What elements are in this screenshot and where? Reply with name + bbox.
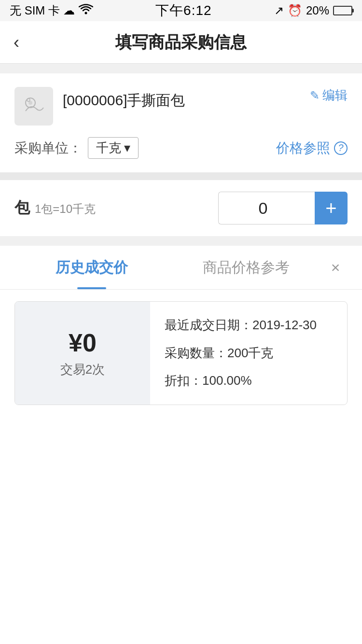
discount-value: 100.00% bbox=[202, 373, 252, 388]
edit-button[interactable]: ✎ 编辑 bbox=[310, 87, 348, 104]
plus-icon: + bbox=[325, 197, 336, 219]
tabs-header: 历史成交价 商品价格参考 × bbox=[0, 246, 362, 289]
purchase-qty-value: 200千克 bbox=[227, 346, 273, 360]
history-transaction-count: 交易2次 bbox=[60, 361, 105, 378]
quantity-input-group: + bbox=[218, 192, 348, 224]
price-ref-label: 价格参照 bbox=[276, 139, 330, 157]
alarm-icon: ⏰ bbox=[288, 4, 302, 17]
tab-product-price-ref[interactable]: 商品价格参考 bbox=[169, 246, 323, 289]
quantity-conversion: 1包=10千克 bbox=[35, 201, 96, 217]
nav-bar: ‹ 填写商品采购信息 bbox=[0, 21, 362, 64]
recent-date-value: 2019-12-30 bbox=[252, 318, 317, 332]
product-card: [0000006]手撕面包 ✎ 编辑 采购单位： 千克 ▾ 价格参照 ? bbox=[0, 73, 362, 172]
history-details-panel: 最近成交日期：2019-12-30 采购数量：200千克 折扣：100.00% bbox=[150, 302, 347, 405]
product-name: [0000006]手撕面包 bbox=[63, 87, 185, 111]
dropdown-arrow-icon: ▾ bbox=[124, 140, 130, 155]
product-info: [0000006]手撕面包 bbox=[14, 87, 185, 126]
no-sim-text: 无 SIM 卡 ☁ bbox=[10, 3, 75, 18]
recent-date-label: 最近成交日期： bbox=[165, 318, 252, 332]
history-recent-date: 最近成交日期：2019-12-30 bbox=[165, 315, 333, 336]
status-time: 下午6:12 bbox=[155, 1, 212, 20]
quantity-row: 包 1包=10千克 + bbox=[0, 180, 362, 236]
location-icon: ↗ bbox=[274, 4, 284, 17]
quantity-plus-button[interactable]: + bbox=[315, 192, 348, 224]
section-divider bbox=[0, 172, 362, 180]
history-discount: 折扣：100.00% bbox=[165, 371, 333, 391]
discount-label: 折扣： bbox=[165, 373, 202, 388]
purchase-unit: 采购单位： 千克 ▾ bbox=[14, 137, 139, 159]
unit-value: 千克 bbox=[96, 140, 121, 156]
history-price-value: ¥0 bbox=[69, 328, 97, 357]
svg-point-0 bbox=[84, 12, 87, 14]
tabs-container: 历史成交价 商品价格参考 × bbox=[0, 246, 362, 290]
tab-close-button[interactable]: × bbox=[323, 255, 348, 280]
wifi-icon bbox=[79, 4, 93, 17]
edit-icon: ✎ bbox=[310, 89, 320, 102]
battery-percent: 20% bbox=[306, 4, 329, 17]
quantity-input[interactable] bbox=[218, 192, 315, 224]
price-reference-button[interactable]: 价格参照 ? bbox=[276, 139, 348, 157]
history-price-panel: ¥0 交易2次 bbox=[15, 302, 150, 405]
product-thumbnail bbox=[14, 87, 53, 126]
status-right: ↗ ⏰ 20% bbox=[274, 4, 352, 17]
help-icon: ? bbox=[334, 141, 348, 155]
quantity-unit: 包 bbox=[14, 197, 30, 219]
status-left: 无 SIM 卡 ☁ bbox=[10, 3, 93, 18]
tab-price-ref-label: 商品价格参考 bbox=[203, 258, 290, 278]
purchase-unit-label: 采购单位： bbox=[14, 139, 82, 157]
battery-icon bbox=[333, 6, 352, 15]
edit-label: 编辑 bbox=[322, 87, 348, 104]
tab-history-price[interactable]: 历史成交价 bbox=[14, 246, 169, 289]
back-button[interactable]: ‹ bbox=[14, 32, 19, 53]
purchase-qty-label: 采购数量： bbox=[165, 346, 227, 360]
history-purchase-qty: 采购数量：200千克 bbox=[165, 343, 333, 364]
quantity-label: 包 1包=10千克 bbox=[14, 197, 96, 219]
main-content-area bbox=[0, 417, 362, 644]
history-section: ¥0 交易2次 最近成交日期：2019-12-30 采购数量：200千克 折扣：… bbox=[0, 290, 362, 417]
page-title: 填写商品采购信息 bbox=[115, 31, 247, 54]
status-bar: 无 SIM 卡 ☁ 下午6:12 ↗ ⏰ 20% bbox=[0, 0, 362, 21]
history-card: ¥0 交易2次 最近成交日期：2019-12-30 采购数量：200千克 折扣：… bbox=[14, 301, 348, 405]
tab-history-label: 历史成交价 bbox=[56, 258, 128, 278]
unit-dropdown[interactable]: 千克 ▾ bbox=[88, 137, 139, 159]
